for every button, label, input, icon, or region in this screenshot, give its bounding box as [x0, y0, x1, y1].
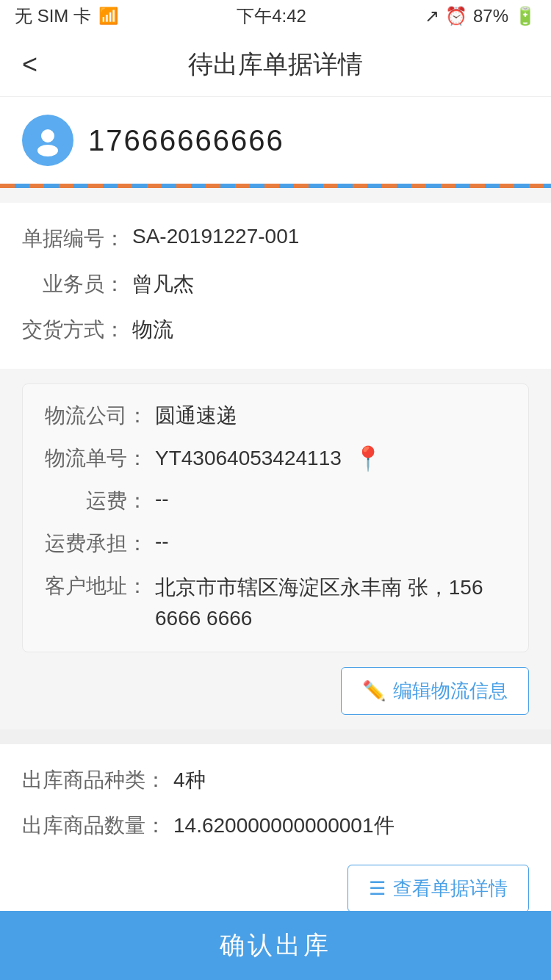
logistics-address-label: 客户地址： [45, 572, 148, 600]
salesman-row: 业务员： 曾凡杰 [22, 270, 529, 298]
logistics-card: 物流公司： 圆通速递 物流单号： YT43064053424113 📍 运费： … [22, 383, 529, 652]
section-divider [0, 729, 551, 744]
battery-icon: 🔋 [514, 6, 536, 26]
wifi-icon: 📶 [98, 7, 118, 26]
logistics-freightbear-row: 运费承担： -- [45, 530, 506, 558]
logistics-address-row: 客户地址： 北京市市辖区海淀区永丰南 张，156 6666 6666 [45, 572, 506, 634]
user-header: 17666666666 [0, 97, 551, 184]
status-bar: 无 SIM 卡 📶 下午4:42 ↗ ⏰ 87% 🔋 [0, 0, 551, 32]
logistics-freightbear-value: -- [155, 530, 506, 553]
logistics-company-label: 物流公司： [45, 402, 148, 430]
logistics-tracking-value: YT43064053424113 📍 [155, 444, 506, 472]
nav-bar: < 待出库单据详情 [0, 32, 551, 97]
svg-point-1 [37, 145, 58, 156]
product-type-label: 出库商品种类： [22, 766, 166, 794]
svg-point-0 [41, 129, 54, 143]
location-icon: ↗ [425, 6, 439, 26]
edit-logistics-label: 编辑物流信息 [393, 678, 508, 704]
logistics-freight-row: 运费： -- [45, 487, 506, 515]
product-quantity-value: 14.620000000000001件 [173, 812, 529, 840]
page-title: 待出库单据详情 [188, 48, 363, 82]
logistics-company-row: 物流公司： 圆通速递 [45, 402, 506, 430]
order-no-value: SA-20191227-001 [132, 225, 529, 248]
dashed-divider [0, 184, 551, 188]
edit-logistics-row: ✏️ 编辑物流信息 [0, 667, 551, 729]
list-icon: ☰ [369, 877, 386, 900]
confirm-outbound-button[interactable]: 确认出库 [220, 929, 331, 962]
edit-logistics-button[interactable]: ✏️ 编辑物流信息 [341, 667, 529, 715]
location-pin-icon[interactable]: 📍 [353, 444, 383, 472]
logistics-freight-value: -- [155, 487, 506, 511]
delivery-label: 交货方式： [22, 316, 125, 344]
avatar [22, 115, 73, 166]
delivery-value: 物流 [132, 316, 529, 344]
edit-icon: ✏️ [362, 680, 386, 702]
logistics-address-value: 北京市市辖区海淀区永丰南 张，156 6666 6666 [155, 572, 506, 634]
logistics-tracking-row: 物流单号： YT43064053424113 📍 [45, 444, 506, 472]
battery-text: 87% [473, 6, 508, 26]
time-text: 下午4:42 [237, 4, 306, 28]
user-phone: 17666666666 [88, 124, 284, 157]
view-detail-button[interactable]: ☰ 查看单据详情 [347, 865, 529, 912]
logistics-freightbear-label: 运费承担： [45, 530, 148, 558]
product-type-value: 4种 [173, 766, 529, 794]
product-quantity-label: 出库商品数量： [22, 812, 166, 840]
salesman-label: 业务员： [22, 270, 125, 298]
order-no-label: 单据编号： [22, 225, 125, 253]
user-icon [32, 124, 64, 156]
logistics-tracking-label: 物流单号： [45, 444, 148, 472]
logistics-company-value: 圆通速递 [155, 402, 506, 430]
bottom-bar: 确认出库 [0, 911, 551, 980]
view-detail-label: 查看单据详情 [393, 876, 508, 901]
order-no-row: 单据编号： SA-20191227-001 [22, 225, 529, 253]
back-button[interactable]: < [22, 49, 37, 80]
salesman-value: 曾凡杰 [132, 270, 529, 298]
alarm-icon: ⏰ [445, 6, 467, 26]
delivery-row: 交货方式： 物流 [22, 316, 529, 344]
product-quantity-row: 出库商品数量： 14.620000000000001件 [22, 812, 529, 840]
product-section: 出库商品种类： 4种 出库商品数量： 14.620000000000001件 [0, 744, 551, 865]
carrier-text: 无 SIM 卡 [15, 4, 91, 28]
product-type-row: 出库商品种类： 4种 [22, 766, 529, 794]
order-info-section: 单据编号： SA-20191227-001 业务员： 曾凡杰 交货方式： 物流 [0, 203, 551, 369]
logistics-freight-label: 运费： [45, 487, 148, 515]
